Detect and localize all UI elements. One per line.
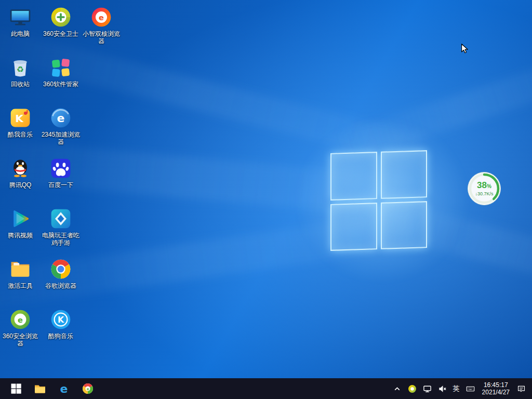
svg-text:♻: ♻ (17, 65, 24, 74)
icon-label: 360安全浏览器 (1, 332, 40, 347)
download-percent: 38% (477, 181, 491, 191)
desktop-icon-kugou-music[interactable]: K 酷狗音乐 (41, 307, 81, 357)
kuwo-music-icon: K (9, 107, 32, 129)
windows-logo-pane (330, 152, 377, 200)
file-explorer-icon (34, 382, 46, 395)
tencent-qq-icon (9, 157, 32, 180)
icon-label: 酷狗音乐 (48, 332, 73, 340)
icon-label: 激活工具 (8, 282, 33, 289)
tray-touch-keyboard-button[interactable] (463, 378, 478, 399)
desktop-icon-kuwo-music[interactable]: K 酷我音乐 (0, 105, 41, 155)
desktop-icon-chrome[interactable]: 谷歌浏览器 (41, 256, 81, 307)
icon-label: 360软件管家 (43, 81, 78, 88)
360-browser-icon: e (9, 308, 32, 331)
desktop-icon-2345-browser[interactable]: e 2345加速浏览器 (41, 105, 81, 155)
icon-label: 2345加速浏览器 (41, 131, 81, 145)
icon-label: 谷歌浏览器 (45, 282, 76, 289)
icon-label: 腾讯视频 (8, 232, 33, 239)
taskbar-edge-button[interactable]: e (52, 378, 76, 399)
svg-text:e: e (60, 382, 68, 395)
taskbar-app-area: e e (0, 378, 100, 399)
360-speed-browser-icon: e (82, 382, 94, 395)
svg-text:e: e (99, 13, 104, 22)
svg-text:K: K (15, 112, 24, 125)
game-emulator-icon (49, 207, 72, 230)
tray-show-hidden-icons[interactable] (390, 378, 405, 399)
tray-network-button[interactable] (420, 378, 435, 399)
start-button[interactable] (4, 378, 28, 399)
360-safety-guard-icon (49, 6, 72, 29)
network-icon (423, 384, 432, 393)
desktop-icon-xiaozhi-browser[interactable]: e 小智双核浏览器 (81, 4, 122, 55)
desktop-icon-this-pc[interactable]: 此电脑 (0, 4, 41, 55)
desktop-icon-360-browser[interactable]: e 360安全浏览器 (0, 307, 41, 357)
chrome-icon (49, 258, 72, 281)
tray-clock[interactable]: 16:45:17 2021/4/27 (478, 381, 514, 396)
baidu-icon (49, 157, 72, 180)
svg-text:e: e (18, 315, 23, 324)
desktop-icon-recycle-bin[interactable]: ♻ 回收站 (0, 55, 41, 105)
windows-logo-pane (330, 203, 377, 251)
taskbar-file-explorer-button[interactable] (28, 378, 52, 399)
2345-browser-icon: e (49, 107, 72, 129)
desktop-icon-game-emulator[interactable]: 电脑玩王者吃鸡手游 (41, 206, 81, 256)
icon-label: 酷我音乐 (8, 131, 33, 138)
edge-browser-icon: e (58, 382, 70, 395)
chevron-up-icon (393, 384, 402, 393)
icon-label: 腾讯QQ (9, 181, 32, 189)
this-pc-icon (9, 6, 32, 29)
desktop-icon-360-safety-guard[interactable]: 360安全卫士 (41, 4, 81, 55)
keyboard-icon (466, 384, 475, 393)
kugou-music-icon: K (49, 308, 72, 331)
windows-logo-pane (381, 201, 428, 249)
clock-date: 2021/4/27 (482, 389, 510, 396)
download-speed-widget[interactable]: 38% ↓30.7K/s (467, 171, 501, 206)
desktop-icon-baidu[interactable]: 百度一下 (41, 155, 81, 206)
icon-label: 电脑玩王者吃鸡手游 (41, 232, 81, 246)
icon-label: 360安全卫士 (43, 30, 78, 37)
activation-tool-icon (9, 258, 32, 281)
tencent-video-icon (9, 207, 32, 230)
volume-muted-icon (438, 384, 447, 393)
svg-text:e: e (57, 112, 65, 125)
system-tray: 英 16:45:17 2021/4/27 (390, 378, 532, 399)
action-center-icon (517, 384, 526, 393)
tray-ime-indicator[interactable]: 英 (450, 378, 463, 399)
icon-label: 百度一下 (48, 181, 73, 189)
desktop-icon-360-software-manager[interactable]: 360软件管家 (41, 55, 81, 105)
360-tray-icon (408, 384, 417, 393)
svg-text:e: e (87, 387, 89, 391)
download-speed: ↓30.7K/s (475, 191, 493, 197)
windows-logo (330, 150, 427, 251)
mouse-cursor (459, 43, 471, 54)
icon-label: 此电脑 (11, 30, 30, 37)
360-software-manager-icon (49, 56, 72, 79)
taskbar-360-speed-browser-button[interactable]: e (76, 378, 100, 399)
windows-logo-pane (381, 150, 428, 198)
desktop-icon-grid: 此电脑 ♻ 回收站 K 酷我音乐 腾讯QQ (0, 4, 122, 357)
windows-start-icon (10, 382, 22, 395)
tray-360-icon-button[interactable] (405, 378, 420, 399)
action-center-button[interactable] (514, 378, 532, 399)
desktop-icon-tencent-qq[interactable]: 腾讯QQ (0, 155, 41, 206)
desktop-icon-activation-tool[interactable]: 激活工具 (0, 256, 41, 307)
clock-time: 16:45:17 (482, 381, 510, 389)
recycle-bin-icon: ♻ (9, 56, 32, 79)
tray-volume-button[interactable] (435, 378, 450, 399)
icon-label: 小智双核浏览器 (82, 30, 121, 45)
xiaozhi-browser-icon: e (90, 6, 113, 29)
taskbar: e e (0, 378, 532, 399)
icon-label: 回收站 (11, 81, 30, 88)
desktop-icon-tencent-video[interactable]: 腾讯视频 (0, 206, 41, 256)
svg-text:K: K (58, 315, 64, 325)
